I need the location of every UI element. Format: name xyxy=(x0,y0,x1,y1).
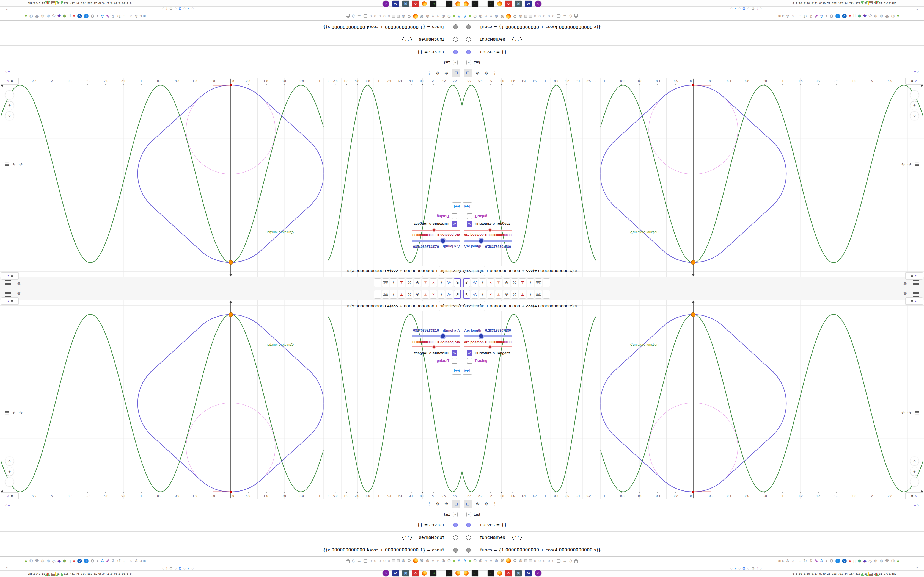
bookmark-dashed-icon[interactable]: ◌ xyxy=(747,7,750,10)
arc-length-slider-thumb[interactable] xyxy=(478,333,484,339)
arc-position-slider[interactable] xyxy=(412,347,460,347)
move-view-tool[interactable]: ↔ xyxy=(543,290,550,299)
page-dot-icon[interactable]: ○ xyxy=(383,559,386,563)
hook-icon[interactable]: ∩ xyxy=(484,559,488,563)
wrench-icon[interactable]: ⚒ xyxy=(35,14,39,18)
bookmark-dashed-icon[interactable]: ◌ xyxy=(747,567,750,570)
fx-button[interactable]: fx xyxy=(443,69,451,77)
circle-center-point-tool[interactable]: ⊙ xyxy=(503,278,510,287)
line-tool[interactable]: / xyxy=(438,290,445,299)
shield-icon[interactable]: ◇ xyxy=(52,559,55,563)
home-button[interactable]: ⌂ xyxy=(5,112,14,120)
floppy-app-icon[interactable]: 64 xyxy=(525,0,532,7)
visibility-toggle[interactable] xyxy=(466,535,471,540)
monitor-app-icon[interactable]: ▣ xyxy=(402,570,409,577)
globe-icon[interactable]: ⊕ xyxy=(47,559,50,563)
download-icon[interactable]: ↧ xyxy=(111,559,115,563)
select-tool[interactable]: ↖ xyxy=(463,278,470,287)
slider-tool[interactable]: a=2 xyxy=(535,278,542,287)
page-dot-icon[interactable]: ○ xyxy=(374,559,377,563)
thumbs-up-icon[interactable]: ⊛ xyxy=(41,559,45,563)
wrench-icon[interactable]: ⚒ xyxy=(885,14,889,18)
tracing-checkbox[interactable] xyxy=(467,213,472,219)
settings-gear-button[interactable]: ⚙ xyxy=(433,500,442,508)
zoom-level[interactable]: 81% xyxy=(778,15,784,18)
bookmark-dashed-icon[interactable]: ◌ xyxy=(183,567,186,570)
hook-icon[interactable]: ∩ xyxy=(431,559,435,563)
globe-icon[interactable]: ⊕ xyxy=(47,14,50,18)
polygon-tool[interactable]: ▲ xyxy=(422,290,429,299)
firefox-app-icon[interactable] xyxy=(464,2,468,6)
status-dot-icon[interactable]: ● xyxy=(453,559,456,563)
restore-graphics-button[interactable]: ≡ ▲ xyxy=(905,272,923,280)
page-dot-icon[interactable]: ○ xyxy=(383,14,386,18)
back-icon[interactable]: ← xyxy=(357,14,361,18)
tree-view-button[interactable]: ⊟ xyxy=(464,69,472,77)
thumbs-up-icon[interactable]: ⊛ xyxy=(879,559,883,563)
trash-icon[interactable]: ▯ xyxy=(68,559,71,563)
folder-icon[interactable]: ▢ xyxy=(557,559,561,563)
zoom-out-button[interactable]: − xyxy=(5,91,14,100)
download-icon[interactable]: ↧ xyxy=(111,14,115,18)
geogebra-logo-icon[interactable]: ≡Λ xyxy=(914,70,919,74)
floppy-app-icon[interactable]: 64 xyxy=(525,570,532,577)
algebra-row-curves[interactable]: curves = {} xyxy=(0,519,462,531)
curvature-tangent-checkbox[interactable]: ✓ xyxy=(467,221,472,227)
algebra-row-curves[interactable]: curves = {} xyxy=(0,46,462,58)
floppy-app-icon[interactable]: 64 xyxy=(392,0,399,7)
add-circle-icon[interactable]: + xyxy=(84,14,89,18)
lock-icon[interactable] xyxy=(346,14,350,17)
bookmark-google-icon[interactable]: G xyxy=(743,7,745,10)
bookmark-dashed-icon[interactable]: ◌ xyxy=(759,567,762,570)
page-dot-icon[interactable]: ○ xyxy=(378,14,381,18)
status-dot-icon[interactable]: ● xyxy=(468,559,471,563)
page-dot-icon[interactable]: ○ xyxy=(552,14,555,18)
globe-icon[interactable]: ⊕ xyxy=(874,559,877,563)
firefox-app-icon[interactable] xyxy=(497,571,502,575)
bookmark-dashed-icon[interactable]: ◌ xyxy=(759,7,762,10)
zoom-out-button[interactable]: − xyxy=(910,91,919,100)
arc-position-slider-thumb[interactable] xyxy=(488,345,492,349)
hook-icon[interactable]: ∩ xyxy=(431,14,435,18)
slider-tool[interactable]: a=2 xyxy=(382,290,389,299)
algebra-row-funcs[interactable]: funcs = {1.000000000000 + cos(4.00000000… xyxy=(0,20,462,33)
globe-icon[interactable]: ⊕ xyxy=(426,14,429,18)
function-dropdown[interactable]: 1.000000000000 + cos(4.000000000000 x) ▼ xyxy=(484,266,542,276)
step-button[interactable]: ▶▶| xyxy=(452,366,462,374)
kebab-menu-icon[interactable]: ⋮ xyxy=(493,501,497,506)
gear-icon[interactable]: ⚙ xyxy=(513,14,517,18)
tab-square-icon[interactable] xyxy=(392,559,395,562)
thumbs-up-icon[interactable]: ⊛ xyxy=(41,14,45,18)
circle-center-point-tool[interactable]: ⊙ xyxy=(414,290,421,299)
terminal-app-icon[interactable]: >_ xyxy=(446,570,453,577)
line-tool[interactable]: / xyxy=(479,278,486,287)
geogebra-logo-icon[interactable]: ≡Λ xyxy=(914,503,919,507)
shield-icon[interactable]: ◇ xyxy=(352,14,355,18)
shield-icon[interactable]: ◇ xyxy=(869,14,872,18)
visibility-toggle[interactable] xyxy=(466,37,471,42)
move-view-tool[interactable]: ↔ xyxy=(374,290,381,299)
zoom-in-button[interactable]: + xyxy=(5,102,14,110)
reload-icon[interactable]: ↻ xyxy=(803,559,807,563)
bookmark-f-icon[interactable]: f xyxy=(166,7,168,10)
arc-length-slider[interactable] xyxy=(464,335,512,337)
visibility-toggle[interactable] xyxy=(466,522,471,527)
algebra-row-funcNames[interactable]: funcNames = {" "} xyxy=(0,531,462,544)
page-dot-icon[interactable]: ○ xyxy=(388,559,391,563)
bookmark-site-icon[interactable]: ● xyxy=(735,567,737,570)
algebra-row-funcs[interactable]: funcs = {1.000000000000 + cos(4.00000000… xyxy=(0,544,462,557)
firefox-icon[interactable] xyxy=(506,14,511,19)
mask-app-icon[interactable]: ☺ xyxy=(382,0,389,7)
visibility-toggle[interactable] xyxy=(453,548,458,553)
firefox-icon[interactable] xyxy=(413,558,418,563)
hook-icon[interactable]: ∩ xyxy=(489,559,493,563)
line-tool[interactable]: / xyxy=(438,278,445,287)
bookmark-dashed-icon[interactable]: ◌ xyxy=(730,7,733,10)
bookmark-site-icon[interactable]: ● xyxy=(187,567,189,570)
kebab-menu-icon[interactable]: ⋮ xyxy=(493,71,497,76)
reflect-line-tool[interactable]: \ xyxy=(527,278,534,287)
menu-hamburger-icon[interactable] xyxy=(5,411,9,415)
slider-tool[interactable]: a=2 xyxy=(382,278,389,287)
wrench-icon[interactable]: ⚒ xyxy=(420,14,424,18)
shield-v-icon[interactable]: V xyxy=(842,559,847,563)
